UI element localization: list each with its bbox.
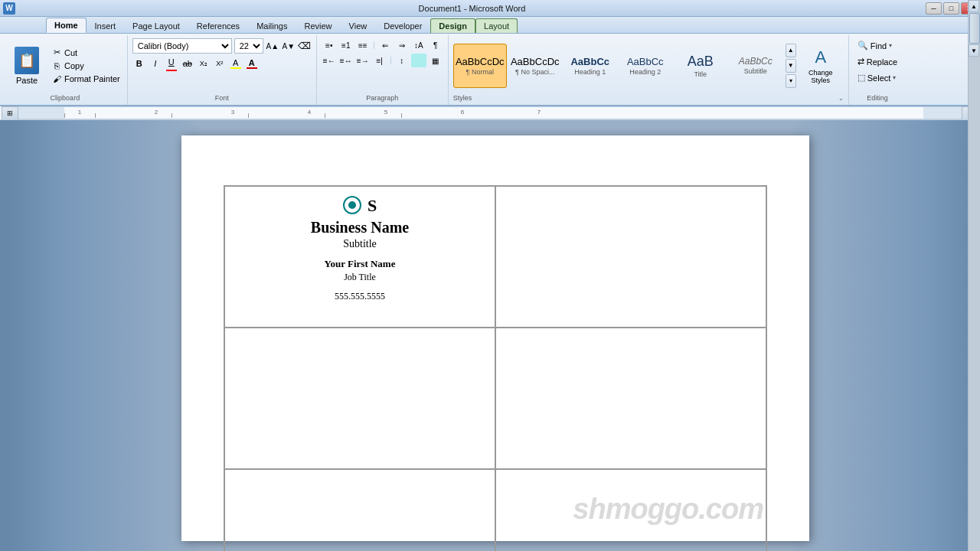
paragraph-group: ≡• ≡1 ≡≡ ⇐ ⇒ ↕A ¶ ≡← ≡↔ ≡→ ≡| ↕ ▦ Paragr…: [317, 35, 449, 105]
borders-button[interactable]: ▦: [428, 54, 443, 67]
app-icon: W: [3, 2, 15, 15]
clear-formatting-button[interactable]: ⌫: [298, 39, 312, 53]
card-cell-mid-right[interactable]: [495, 328, 766, 469]
style-title[interactable]: AaB Title: [674, 44, 727, 88]
card-logo: S: [343, 196, 377, 216]
tab-page-layout[interactable]: Page Layout: [124, 18, 188, 33]
show-formatting-button[interactable]: ¶: [428, 38, 443, 52]
style-no-spacing[interactable]: AaBbCcDc ¶ No Spaci...: [508, 44, 562, 88]
tab-design[interactable]: Design: [430, 18, 475, 33]
align-left-button[interactable]: ≡←: [322, 54, 337, 67]
justify-button[interactable]: ≡|: [372, 54, 387, 67]
style-title-preview: AaB: [688, 54, 714, 70]
minimize-button[interactable]: ─: [926, 2, 942, 15]
tab-insert[interactable]: Insert: [87, 18, 125, 33]
style-no-spacing-label: ¶ No Spaci...: [515, 68, 554, 76]
ruler-num-5: 5: [384, 109, 387, 116]
font-size-decrease-button[interactable]: A▼: [282, 39, 296, 53]
ruler-track: 1 2 3 4 5 6 7: [18, 106, 962, 119]
numbering-button[interactable]: ≡1: [338, 38, 354, 52]
tab-home[interactable]: Home: [46, 18, 87, 33]
style-subtitle-preview: AaBbCc: [739, 56, 773, 67]
font-size-increase-button[interactable]: A▲: [266, 39, 279, 53]
change-styles-icon: A: [815, 47, 826, 67]
text-highlight-button[interactable]: A: [229, 57, 243, 70]
subscript-button[interactable]: X₂: [197, 57, 211, 70]
card-cell-top-left[interactable]: S Business Name Subtitle Your First Name…: [224, 186, 495, 328]
bold-button[interactable]: B: [132, 57, 146, 70]
ruler-margin-right: [923, 107, 962, 119]
styles-expand[interactable]: ▾: [786, 74, 796, 88]
paste-label: Paste: [16, 76, 38, 85]
replace-icon: ⇄: [858, 57, 864, 67]
superscript-button[interactable]: X²: [213, 57, 227, 70]
styles-scroll-up[interactable]: ▲: [786, 44, 796, 57]
tab-references[interactable]: References: [188, 18, 248, 33]
line-spacing-button[interactable]: ↕: [394, 54, 410, 67]
editing-group: 🔍 Find ▾ ⇄ Replace ⬚ Select ▾ Editing: [849, 35, 906, 105]
increase-indent-button[interactable]: ⇒: [394, 38, 410, 52]
ruler: ⊞ 1 2 3 4 5 6 7 ▶: [0, 106, 980, 120]
copy-label: Copy: [64, 61, 84, 70]
scissors-icon: ✂: [51, 47, 62, 58]
style-subtitle[interactable]: AaBbCc Subtitle: [729, 44, 782, 88]
italic-button[interactable]: I: [149, 57, 162, 70]
title-bar: W Document1 - Microsoft Word ─ □ ✕: [0, 0, 980, 17]
copy-button[interactable]: ⎘ Copy: [49, 60, 122, 72]
styles-expand-arrow[interactable]: ⌄: [838, 95, 844, 102]
cut-button[interactable]: ✂ Cut: [49, 47, 122, 59]
font-family-select[interactable]: Calibri (Body): [132, 38, 232, 54]
decrease-indent-button[interactable]: ⇐: [377, 38, 393, 52]
replace-button[interactable]: ⇄ Replace: [854, 54, 901, 69]
main-area: S Business Name Subtitle Your First Name…: [0, 120, 980, 551]
card-ring-icon: [343, 196, 361, 214]
styles-scroll-down[interactable]: ▼: [786, 59, 796, 73]
clipboard-group: 📋 Paste ✂ Cut ⎘ Copy 🖌 Format Painter Cl…: [3, 35, 128, 105]
strikethrough-button[interactable]: ab: [181, 57, 194, 70]
card-cell-mid-left[interactable]: [224, 328, 495, 469]
maximize-button[interactable]: □: [943, 2, 959, 15]
sort-button[interactable]: ↕A: [411, 38, 426, 52]
tab-developer[interactable]: Developer: [375, 18, 430, 33]
find-button[interactable]: 🔍 Find ▾: [854, 38, 896, 53]
font-group-label: Font: [215, 93, 229, 103]
select-button[interactable]: ⬚ Select ▾: [854, 70, 900, 85]
tab-mailings[interactable]: Mailings: [248, 18, 296, 33]
style-heading1[interactable]: AaBbCc Heading 1: [564, 44, 617, 88]
tab-review[interactable]: Review: [296, 18, 340, 33]
card-cell-bot-right[interactable]: [495, 469, 766, 551]
editing-group-label: Editing: [867, 93, 888, 103]
font-style-row: B I U ab X₂ X² A A: [132, 55, 259, 71]
tab-view[interactable]: View: [341, 18, 376, 33]
bullets-button[interactable]: ≡•: [322, 38, 337, 52]
paste-button[interactable]: 📋 Paste: [8, 44, 46, 87]
ruler-corner-button[interactable]: ⊞: [2, 106, 18, 120]
list-row: ≡• ≡1 ≡≡ ⇐ ⇒ ↕A ¶: [322, 38, 443, 52]
change-styles-button[interactable]: A Change Styles: [798, 40, 844, 92]
style-heading2[interactable]: AaBbCc Heading 2: [619, 44, 672, 88]
tab-layout[interactable]: Layout: [475, 18, 518, 33]
replace-label: Replace: [867, 57, 897, 67]
ruler-tick-0: [64, 113, 65, 118]
multilevel-list-button[interactable]: ≡≡: [355, 38, 371, 52]
format-painter-button[interactable]: 🖌 Format Painter: [49, 73, 122, 85]
binoculars-icon: 🔍: [858, 41, 868, 51]
card-phone: 555.555.5555: [335, 291, 385, 302]
align-center-button[interactable]: ≡↔: [338, 54, 354, 67]
left-vertical-bar: [0, 120, 11, 551]
shading-button[interactable]: [411, 54, 426, 67]
card-cell-top-right[interactable]: [495, 186, 766, 328]
align-right-button[interactable]: ≡→: [355, 54, 371, 67]
style-heading2-preview: AaBbCc: [627, 56, 664, 67]
styles-group: AaBbCcDc ¶ Normal AaBbCcDc ¶ No Spaci...…: [449, 35, 849, 105]
style-heading1-preview: AaBbCc: [570, 56, 609, 67]
vertical-scrollbar[interactable]: ▲ ▼: [968, 120, 980, 551]
ribbon: 📋 Paste ✂ Cut ⎘ Copy 🖌 Format Painter Cl…: [0, 34, 980, 106]
underline-button[interactable]: U: [165, 55, 178, 71]
font-size-select[interactable]: 22: [234, 38, 263, 54]
document-area[interactable]: S Business Name Subtitle Your First Name…: [11, 120, 980, 551]
font-color-button[interactable]: A: [245, 57, 259, 70]
card-cell-bot-left[interactable]: [224, 469, 495, 551]
style-normal[interactable]: AaBbCcDc ¶ Normal: [453, 44, 507, 88]
ruler-tick-4: [325, 113, 325, 118]
